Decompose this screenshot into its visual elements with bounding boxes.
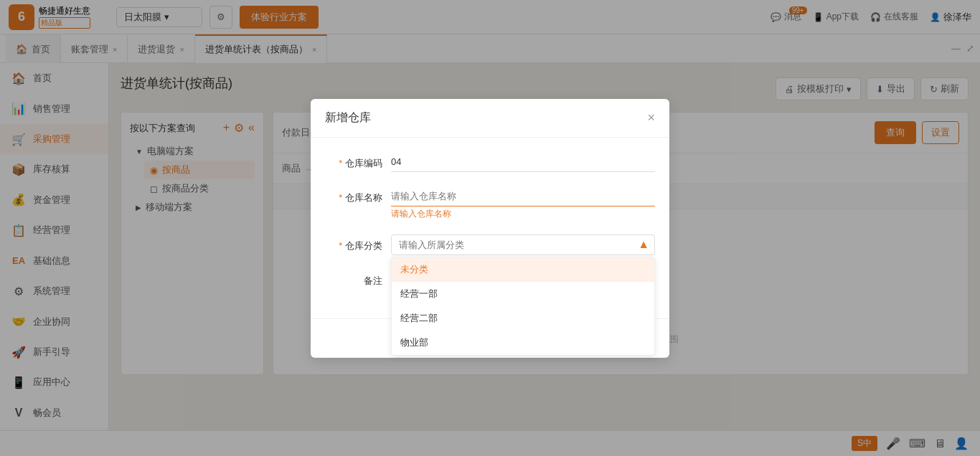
- modal-overlay: 新增仓库 × 仓库编码 仓库名称 请输入仓库名称 仓库分类: [0, 0, 980, 456]
- dropdown-item-unclassified[interactable]: 未分类: [392, 257, 654, 282]
- dropdown-item-dept2[interactable]: 经营二部: [392, 306, 654, 331]
- remark-label: 备注: [325, 270, 382, 288]
- dropdown-item-property[interactable]: 物业部: [392, 331, 654, 355]
- new-warehouse-modal: 新增仓库 × 仓库编码 仓库名称 请输入仓库名称 仓库分类: [311, 99, 669, 358]
- category-label: 仓库分类: [325, 234, 382, 252]
- modal-header: 新增仓库 ×: [311, 99, 669, 138]
- form-row-name: 仓库名称 请输入仓库名称: [325, 186, 655, 220]
- dropdown-item-dept1[interactable]: 经营一部: [392, 282, 654, 306]
- modal-close-button[interactable]: ×: [647, 110, 655, 125]
- name-input[interactable]: [391, 186, 655, 206]
- name-error-message: 请输入仓库名称: [391, 208, 655, 220]
- category-dropdown: 未分类 经营一部 经营二部 物业部: [391, 257, 655, 356]
- category-input-wrap: ▲ 未分类 经营一部 经营二部 物业部: [391, 234, 655, 255]
- modal-body: 仓库编码 仓库名称 请输入仓库名称 仓库分类 ▲ 未分类: [311, 138, 669, 318]
- code-input[interactable]: [391, 152, 655, 172]
- form-row-category: 仓库分类 ▲ 未分类 经营一部 经营二部 物业部: [325, 234, 655, 255]
- name-label: 仓库名称: [325, 186, 382, 204]
- category-input[interactable]: [391, 234, 655, 255]
- code-label: 仓库编码: [325, 152, 382, 170]
- name-input-wrap: 请输入仓库名称: [391, 186, 655, 220]
- form-row-code: 仓库编码: [325, 152, 655, 172]
- modal-title: 新增仓库: [325, 110, 371, 125]
- category-toggle-icon[interactable]: ▲: [638, 238, 649, 251]
